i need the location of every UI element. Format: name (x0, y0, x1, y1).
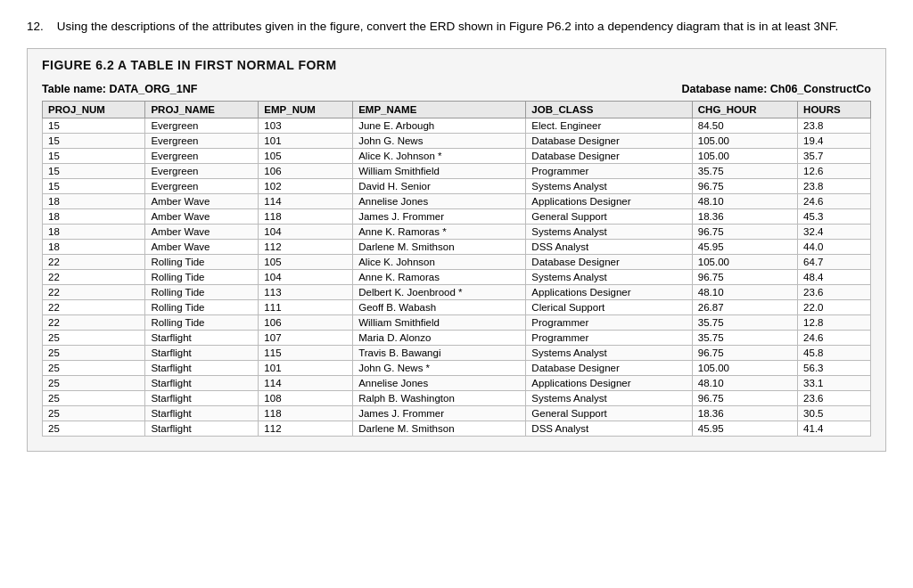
cell-r14-c4: Programmer (526, 331, 692, 346)
cell-r19-c1: Starflight (145, 406, 259, 421)
cell-r8-c1: Amber Wave (145, 240, 259, 255)
cell-r18-c0: 25 (43, 391, 145, 406)
cell-r1-c0: 15 (43, 134, 145, 149)
cell-r8-c3: Darlene M. Smithson (353, 240, 526, 255)
cell-r12-c0: 22 (43, 300, 145, 315)
cell-r7-c0: 18 (43, 225, 145, 240)
cell-r4-c1: Evergreen (145, 179, 259, 194)
cell-r13-c5: 35.75 (692, 315, 797, 331)
cell-r9-c2: 105 (259, 255, 353, 270)
cell-r6-c4: General Support (526, 209, 692, 225)
cell-r18-c4: Systems Analyst (526, 391, 692, 406)
cell-r13-c4: Programmer (526, 315, 692, 331)
cell-r5-c2: 114 (259, 194, 353, 209)
cell-r10-c5: 96.75 (692, 270, 797, 285)
cell-r5-c6: 24.6 (798, 194, 871, 209)
cell-r3-c3: William Smithfield (353, 164, 526, 179)
cell-r18-c2: 108 (259, 391, 353, 406)
cell-r14-c1: Starflight (145, 331, 259, 346)
cell-r9-c5: 105.00 (692, 255, 797, 270)
column-header-emp_name: EMP_NAME (353, 102, 526, 118)
cell-r18-c1: Starflight (145, 391, 259, 406)
cell-r0-c0: 15 (43, 118, 145, 134)
cell-r8-c0: 18 (43, 240, 145, 255)
cell-r19-c0: 25 (43, 406, 145, 421)
cell-r12-c1: Rolling Tide (145, 300, 259, 315)
cell-r9-c4: Database Designer (526, 255, 692, 270)
table-row: 25Starflight115Travis B. BawangiSystems … (43, 346, 871, 361)
cell-r12-c4: Clerical Support (526, 300, 692, 315)
cell-r1-c1: Evergreen (145, 134, 259, 149)
table-row: 22Rolling Tide105Alice K. JohnsonDatabas… (43, 255, 871, 270)
cell-r7-c1: Amber Wave (145, 225, 259, 240)
table-row: 18Amber Wave118James J. FrommerGeneral S… (43, 209, 871, 225)
cell-r10-c6: 48.4 (798, 270, 871, 285)
table-row: 15Evergreen102David H. SeniorSystems Ana… (43, 179, 871, 194)
cell-r20-c2: 112 (259, 421, 353, 437)
column-header-emp_num: EMP_NUM (259, 102, 353, 118)
cell-r3-c0: 15 (43, 164, 145, 179)
cell-r4-c2: 102 (259, 179, 353, 194)
table-row: 22Rolling Tide113Delbert K. Joenbrood *A… (43, 285, 871, 300)
question-text: 12. Using the descriptions of the attrib… (27, 18, 886, 36)
cell-r0-c6: 23.8 (798, 118, 871, 134)
cell-r11-c3: Delbert K. Joenbrood * (353, 285, 526, 300)
cell-r15-c4: Systems Analyst (526, 346, 692, 361)
cell-r6-c3: James J. Frommer (353, 209, 526, 225)
db-name-label: Database name: Ch06_ConstructCo (681, 83, 871, 95)
cell-r19-c4: General Support (526, 406, 692, 421)
cell-r11-c0: 22 (43, 285, 145, 300)
cell-r8-c4: DSS Analyst (526, 240, 692, 255)
cell-r14-c2: 107 (259, 331, 353, 346)
cell-r1-c5: 105.00 (692, 134, 797, 149)
cell-r5-c0: 18 (43, 194, 145, 209)
table-row: 25Starflight108Ralph B. WashingtonSystem… (43, 391, 871, 406)
cell-r10-c3: Anne K. Ramoras (353, 270, 526, 285)
cell-r1-c3: John G. News (353, 134, 526, 149)
cell-r17-c6: 33.1 (798, 376, 871, 391)
cell-r6-c1: Amber Wave (145, 209, 259, 225)
cell-r20-c3: Darlene M. Smithson (353, 421, 526, 437)
cell-r19-c6: 30.5 (798, 406, 871, 421)
cell-r7-c5: 96.75 (692, 225, 797, 240)
cell-r11-c1: Rolling Tide (145, 285, 259, 300)
cell-r8-c6: 44.0 (798, 240, 871, 255)
cell-r3-c6: 12.6 (798, 164, 871, 179)
question-number: 12. (27, 20, 44, 33)
cell-r2-c1: Evergreen (145, 149, 259, 164)
table-row: 15Evergreen105Alice K. Johnson *Database… (43, 149, 871, 164)
cell-r15-c6: 45.8 (798, 346, 871, 361)
cell-r2-c3: Alice K. Johnson * (353, 149, 526, 164)
cell-r4-c4: Systems Analyst (526, 179, 692, 194)
cell-r6-c5: 18.36 (692, 209, 797, 225)
cell-r17-c2: 114 (259, 376, 353, 391)
cell-r13-c3: William Smithfield (353, 315, 526, 331)
table-row: 25Starflight114Annelise JonesApplication… (43, 376, 871, 391)
cell-r20-c4: DSS Analyst (526, 421, 692, 437)
cell-r14-c0: 25 (43, 331, 145, 346)
table-row: 18Amber Wave104Anne K. Ramoras *Systems … (43, 225, 871, 240)
table-row: 25Starflight107Maria D. AlonzoProgrammer… (43, 331, 871, 346)
cell-r2-c0: 15 (43, 149, 145, 164)
column-header-job_class: JOB_CLASS (526, 102, 692, 118)
cell-r13-c1: Rolling Tide (145, 315, 259, 331)
cell-r7-c6: 32.4 (798, 225, 871, 240)
table-row: 25Starflight112Darlene M. SmithsonDSS An… (43, 421, 871, 437)
cell-r15-c0: 25 (43, 346, 145, 361)
cell-r6-c6: 45.3 (798, 209, 871, 225)
cell-r16-c5: 105.00 (692, 361, 797, 376)
cell-r6-c0: 18 (43, 209, 145, 225)
cell-r0-c5: 84.50 (692, 118, 797, 134)
cell-r4-c3: David H. Senior (353, 179, 526, 194)
cell-r17-c4: Applications Designer (526, 376, 692, 391)
table-row: 15Evergreen103June E. ArboughElect. Engi… (43, 118, 871, 134)
cell-r18-c5: 96.75 (692, 391, 797, 406)
cell-r0-c2: 103 (259, 118, 353, 134)
cell-r8-c5: 45.95 (692, 240, 797, 255)
cell-r11-c2: 113 (259, 285, 353, 300)
table-row: 15Evergreen101John G. NewsDatabase Desig… (43, 134, 871, 149)
cell-r8-c2: 112 (259, 240, 353, 255)
table-row: 25Starflight101John G. News *Database De… (43, 361, 871, 376)
cell-r18-c6: 23.6 (798, 391, 871, 406)
cell-r16-c4: Database Designer (526, 361, 692, 376)
